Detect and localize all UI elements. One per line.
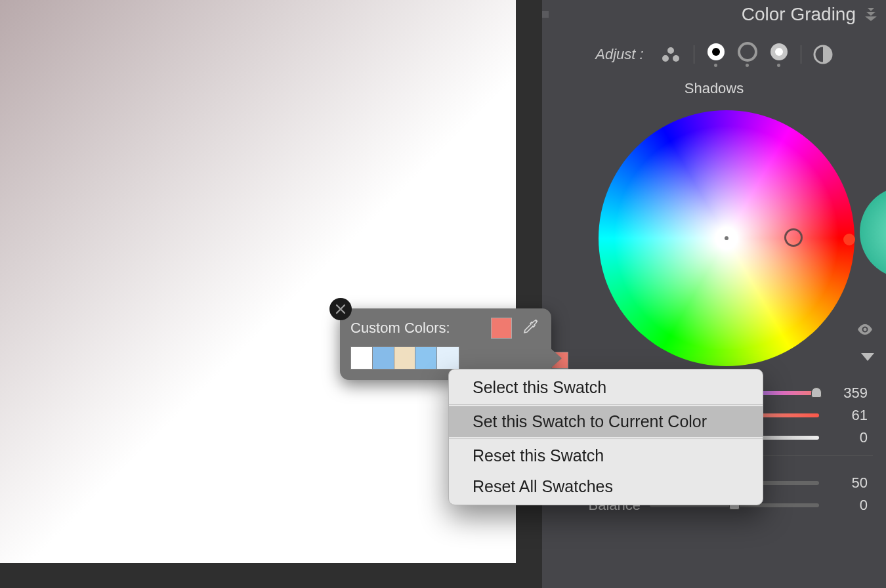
svg-point-2 xyxy=(673,55,679,62)
hue-value[interactable]: 359 xyxy=(828,385,868,402)
blending-value[interactable]: 50 xyxy=(828,474,868,492)
swatch-4[interactable] xyxy=(415,347,437,369)
adjust-highlights-icon[interactable] xyxy=(769,42,789,67)
menu-set-swatch[interactable]: Set this Swatch to Current Color xyxy=(449,406,763,437)
separator xyxy=(694,45,694,64)
svg-point-7 xyxy=(775,48,783,56)
adjust-midtones-icon[interactable] xyxy=(738,42,757,67)
panel-menu-icon[interactable] xyxy=(865,8,877,21)
wheel-hue-handle[interactable] xyxy=(843,234,855,245)
svg-point-4 xyxy=(712,48,720,56)
menu-reset-all[interactable]: Reset All Swatches xyxy=(449,471,763,502)
adjust-global-icon[interactable] xyxy=(813,45,833,64)
menu-separator xyxy=(449,404,763,405)
panel-title: Color Grading xyxy=(742,4,856,25)
saturation-value[interactable]: 61 xyxy=(828,407,868,424)
separator xyxy=(801,45,801,64)
menu-reset-swatch[interactable]: Reset this Swatch xyxy=(449,440,763,471)
svg-point-9 xyxy=(864,328,867,331)
swatch-5[interactable] xyxy=(437,347,459,369)
adjust-three-way-icon[interactable] xyxy=(660,46,682,63)
menu-select-swatch[interactable]: Select this Swatch xyxy=(449,372,763,403)
svg-point-1 xyxy=(662,55,669,62)
popover-arrow xyxy=(550,348,562,369)
expand-toggle-icon[interactable] xyxy=(861,353,874,361)
menu-separator xyxy=(449,438,763,439)
next-wheel-peek[interactable] xyxy=(860,186,886,278)
wheel-center-icon xyxy=(725,236,728,240)
adjust-label: Adjust : xyxy=(595,46,643,63)
swatch-2[interactable] xyxy=(373,347,394,369)
image-preview xyxy=(0,0,516,563)
eyedropper-icon[interactable] xyxy=(521,318,541,338)
current-color-preview[interactable] xyxy=(491,318,512,339)
wheel-selection-handle[interactable] xyxy=(784,228,803,247)
custom-colors-label: Custom Colors: xyxy=(350,320,482,337)
swatch-3[interactable] xyxy=(394,347,416,369)
wheel-title: Shadows xyxy=(542,72,886,108)
close-button[interactable] xyxy=(329,298,352,320)
svg-point-5 xyxy=(739,43,756,60)
svg-point-0 xyxy=(667,47,674,54)
luminance-value[interactable]: 0 xyxy=(828,429,868,446)
panel-drag-handle[interactable] xyxy=(542,11,549,18)
swatch-row xyxy=(350,346,459,369)
adjust-mode-row: Adjust : xyxy=(542,33,886,72)
filmstrip-background xyxy=(0,563,516,588)
visibility-toggle-icon[interactable] xyxy=(857,323,873,338)
adjust-shadows-icon[interactable] xyxy=(706,42,726,67)
swatch-1[interactable] xyxy=(351,347,373,369)
balance-value[interactable]: 0 xyxy=(828,497,868,514)
swatch-context-menu: Select this Swatch Set this Swatch to Cu… xyxy=(448,369,763,505)
